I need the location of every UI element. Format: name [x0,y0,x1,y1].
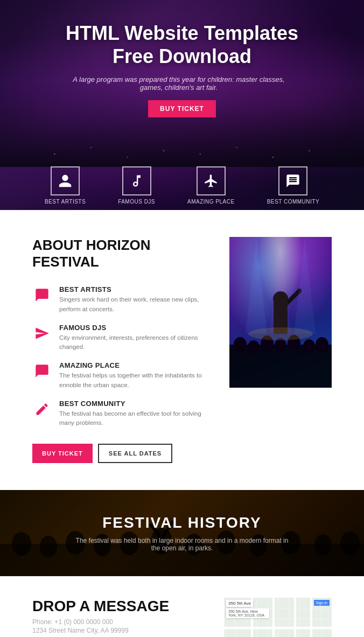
feature-artists-text: BEST ARTISTS Singers work hard on their … [59,285,213,314]
feature-artists-title: BEST ARTISTS [59,285,213,293]
svg-point-2 [248,340,260,354]
svg-point-6 [303,339,315,353]
send-icon [34,326,50,341]
map-road-h1 [224,627,332,629]
community-icon-box [278,166,307,195]
feature-place-title: AMAZING PLACE [59,361,213,369]
svg-point-26 [314,534,332,556]
about-title: ABOUT HORIZONFESTIVAL [32,237,213,270]
svg-point-17 [40,536,57,557]
feature-icon-artists: BEST ARTISTS [45,166,86,205]
festival-history-title: FESTIVAL HISTORY [74,514,290,531]
chat-bubble2-icon [34,363,50,379]
about-buy-button[interactable]: BUY TICKET [32,444,93,463]
person-icon [58,173,73,188]
plane-icon [204,173,219,188]
feature-djs-text: FAMOUS DJs City environment, interests, … [59,324,213,352]
hero-section: HTML Website TemplatesFree Download A la… [0,0,364,210]
festival-history-section: FESTIVAL HISTORY The festival was held b… [0,490,364,576]
feature-artists-desc: Singers work hard on their work, release… [59,295,213,314]
contact-address: 1234 Street Name City, AA 99999 [32,627,208,634]
feature-item-community: BEST COMMUNITY The festival has become a… [32,400,213,428]
feature-community-desc: The festival has become an effective too… [59,409,213,428]
contact-section: DROP A MESSAGE Phone: +1 (0) 000 0000 00… [0,576,364,637]
community-label: BEST COMMUNITY [267,199,319,205]
feature-place-desc: The festival helps us together with the … [59,371,213,390]
svg-marker-14 [294,237,316,334]
svg-point-1 [234,337,247,352]
contact-phone: Phone: +1 (0) 000 0000 000 [32,618,208,626]
edit-icon [34,402,50,417]
feature-community-title: BEST COMMUNITY [59,400,213,408]
map-sign-in[interactable]: Sign in [314,600,330,606]
chat-bubble-icon [34,288,50,303]
djs-icon-box [122,166,151,195]
about-section: ABOUT HORIZONFESTIVAL BEST ARTISTS Singe… [0,210,364,490]
feature-icon-community: BEST COMMUNITY [267,166,319,205]
contact-left: DROP A MESSAGE Phone: +1 (0) 000 0000 00… [32,598,208,637]
svg-point-4 [275,338,286,353]
map-label2: 350 5th Ave, New York, NY 10118, USA [226,608,269,618]
feature-place-text: AMAZING PLACE The festival helps us toge… [59,361,213,390]
feature-icon-djs: FAMOUS DJs [118,166,155,205]
feature-community-icon [32,400,52,419]
feature-place-icon [32,361,52,381]
festival-history-desc: The festival was held both in large indo… [74,537,290,552]
map-road-v2 [272,598,275,637]
hero-content: HTML Website TemplatesFree Download A la… [66,0,298,117]
about-right [229,237,332,463]
about-left: ABOUT HORIZONFESTIVAL BEST ARTISTS Singe… [32,237,213,463]
feature-djs-icon [32,324,52,343]
hero-subtitle: A large program was prepared this year f… [66,75,292,92]
feature-artists-icon [32,285,52,305]
feature-item-place: AMAZING PLACE The festival helps us toge… [32,361,213,390]
feature-djs-title: FAMOUS DJs [59,324,213,332]
map-label: 350 5th Ave [226,600,253,607]
map-container[interactable]: 350 5th Ave 350 5th Ave, New York, NY 10… [224,598,332,637]
svg-marker-13 [270,237,291,334]
about-buttons: BUY TICKET SEE ALL DATES [32,444,213,463]
feature-djs-desc: City environment, interests, preferences… [59,333,213,352]
map-road-v3 [294,598,296,637]
contact-right: 350 5th Ave 350 5th Ave, New York, NY 10… [224,598,332,637]
contact-title: DROP A MESSAGE [32,598,208,615]
about-image [229,237,332,388]
feature-list: BEST ARTISTS Singers work hard on their … [32,285,213,428]
djs-label: FAMOUS DJs [118,199,155,205]
feature-item-artists: BEST ARTISTS Singers work hard on their … [32,285,213,314]
feature-item-djs: FAMOUS DJs City environment, interests, … [32,324,213,352]
map-road-v4 [310,598,312,637]
concert-silhouette [229,237,332,388]
place-icon-box [197,166,226,195]
about-dates-button[interactable]: SEE ALL DATES [98,444,172,463]
hero-buy-button[interactable]: BUY TICKET [148,100,216,117]
music-icon [129,173,144,188]
svg-point-27 [340,531,360,555]
svg-point-16 [12,532,31,556]
festival-history-content: FESTIVAL HISTORY The festival was held b… [74,514,290,552]
features-icons-row: BEST ARTISTS FAMOUS DJs AMAZING PLACE [0,166,364,205]
svg-marker-12 [246,237,267,334]
chat-icon [285,173,300,188]
place-label: AMAZING PLACE [187,199,235,205]
artists-label: BEST ARTISTS [45,199,86,205]
feature-icon-place: AMAZING PLACE [187,166,235,205]
hero-title: HTML Website TemplatesFree Download [66,22,298,68]
artists-icon-box [51,166,80,195]
svg-point-7 [316,337,328,352]
feature-community-text: BEST COMMUNITY The festival has become a… [59,400,213,428]
